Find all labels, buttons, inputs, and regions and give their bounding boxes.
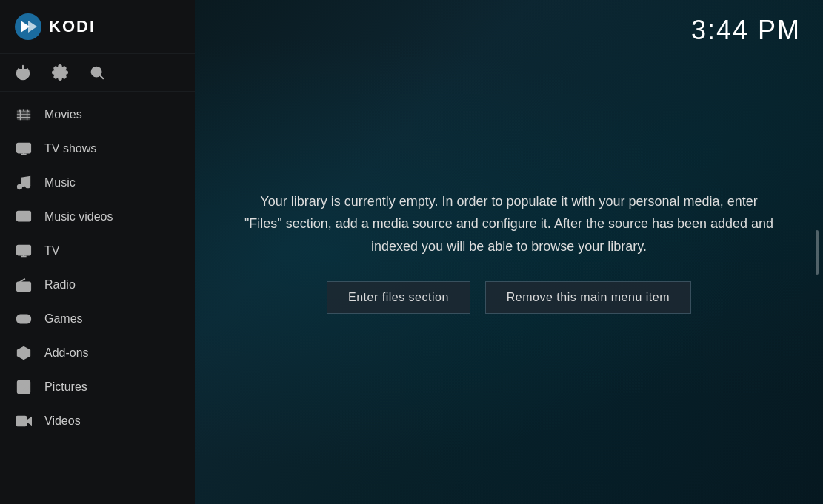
music-videos-icon	[15, 208, 33, 226]
games-icon	[15, 310, 33, 328]
svg-point-10	[26, 184, 30, 188]
sidebar-item-add-ons[interactable]: Add-ons	[0, 336, 195, 370]
power-button[interactable]	[15, 64, 31, 81]
music-icon	[15, 174, 33, 192]
sidebar-item-radio[interactable]: Radio	[0, 268, 195, 302]
enter-files-button[interactable]: Enter files section	[327, 281, 470, 314]
app-name: KODI	[49, 17, 96, 36]
library-empty-box: Your library is currently empty. In orde…	[213, 190, 805, 315]
sidebar-item-label-music-videos: Music videos	[44, 210, 113, 224]
add-ons-icon	[15, 344, 33, 362]
sidebar-item-music[interactable]: Music	[0, 166, 195, 200]
remove-menu-item-button[interactable]: Remove this main menu item	[485, 281, 691, 314]
sidebar-item-label-tv-shows: TV shows	[44, 142, 96, 155]
svg-point-9	[18, 185, 22, 189]
sidebar-item-tv[interactable]: TV	[0, 234, 195, 268]
tv-icon	[15, 242, 33, 260]
sidebar-item-pictures[interactable]: Pictures	[0, 370, 195, 404]
svg-point-24	[20, 383, 22, 386]
sidebar-utility-icons	[0, 54, 195, 92]
clock-display: 3:44 PM	[691, 15, 801, 46]
kodi-logo-icon	[15, 13, 41, 40]
sidebar-item-label-pictures: Pictures	[44, 380, 87, 394]
svg-line-6	[100, 75, 103, 78]
sidebar-item-tv-shows[interactable]: TV shows	[0, 132, 195, 166]
radio-icon	[15, 276, 33, 294]
svg-point-21	[27, 319, 29, 320]
svg-rect-8	[17, 144, 30, 153]
sidebar-item-label-radio: Radio	[44, 278, 76, 292]
sidebar-item-label-music: Music	[44, 176, 76, 189]
main-nav: MoviesTV showsMusicMusic videosTVRadioGa…	[0, 92, 195, 504]
app-logo-area: KODI	[0, 0, 195, 54]
svg-rect-26	[16, 417, 27, 426]
sidebar-item-label-games: Games	[44, 312, 83, 326]
sidebar-item-label-movies: Movies	[44, 108, 82, 121]
settings-button[interactable]	[52, 64, 68, 81]
sidebar-item-label-videos: Videos	[44, 414, 81, 428]
sidebar-item-music-videos[interactable]: Music videos	[0, 200, 195, 234]
action-buttons-group: Enter files section Remove this main men…	[242, 281, 776, 314]
sidebar-item-movies[interactable]: Movies	[0, 98, 195, 132]
sidebar-item-label-tv: TV	[44, 244, 59, 258]
svg-rect-13	[17, 246, 30, 255]
tv-shows-icon	[15, 140, 33, 158]
svg-marker-25	[27, 417, 31, 424]
sidebar-item-videos[interactable]: Videos	[0, 404, 195, 438]
sidebar-item-games[interactable]: Games	[0, 302, 195, 336]
scroll-indicator	[816, 230, 819, 275]
sidebar-item-label-add-ons: Add-ons	[44, 346, 89, 360]
svg-point-15	[26, 285, 29, 288]
library-empty-message: Your library is currently empty. In orde…	[242, 190, 776, 258]
pictures-icon	[15, 378, 33, 396]
search-button[interactable]	[89, 64, 105, 81]
videos-icon	[15, 412, 33, 430]
main-area: 3:44 PM Your library is currently empty.…	[195, 0, 823, 504]
sidebar: KODI MoviesTV showsMusicMusic	[0, 0, 195, 504]
movies-icon	[15, 106, 33, 124]
